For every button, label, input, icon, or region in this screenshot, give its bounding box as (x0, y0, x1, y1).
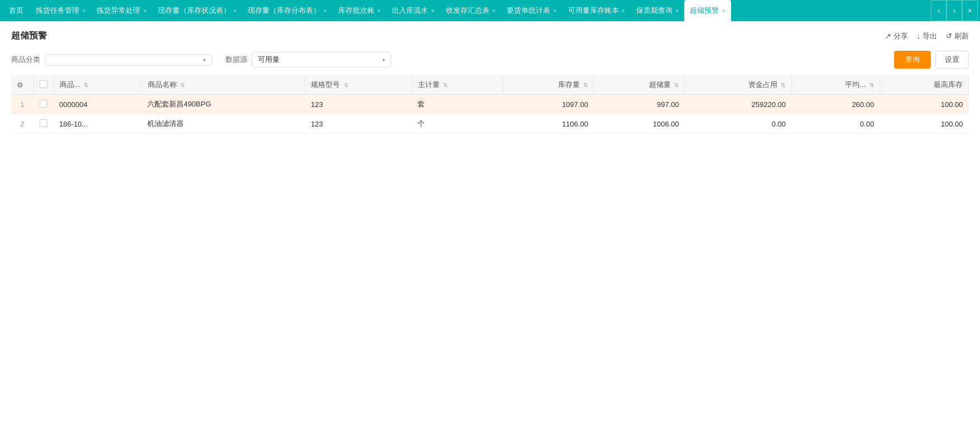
row-max-stock: 100.00 (880, 95, 968, 114)
page-title-row: 超储预警 ↗ 分享 ↓ 导出 ↺ 刷新 (11, 30, 969, 42)
row-unit: 套 (412, 95, 503, 114)
nav-tab-9[interactable]: 保质期查询 × (631, 0, 684, 21)
th-unit[interactable]: 主计量 ⇅ (412, 75, 503, 95)
chevron-down-icon: ▾ (382, 57, 385, 63)
share-icon: ↗ (885, 32, 891, 40)
row-stock: 1106.00 (503, 114, 594, 134)
row-checkbox[interactable] (40, 100, 47, 108)
row-index: 1 (11, 95, 33, 114)
th-max-stock[interactable]: 最高库存 (880, 75, 968, 95)
th-goods-code[interactable]: 商品... ⇅ (54, 75, 142, 95)
title-actions: ↗ 分享 ↓ 导出 ↺ 刷新 (885, 31, 969, 41)
row-overstock: 997.00 (594, 95, 685, 114)
data-source-filter: 数据源 可用量 ▾ (225, 52, 391, 67)
th-checkbox[interactable] (33, 75, 54, 95)
row-max-stock: 100.00 (880, 114, 968, 134)
th-overstock[interactable]: 超储量 ⇅ (594, 75, 685, 95)
row-avg: 260.00 (791, 95, 880, 114)
row-overstock: 1006.00 (594, 114, 685, 134)
refresh-icon: ↺ (946, 32, 952, 40)
row-capital: 0.00 (685, 114, 791, 134)
top-nav: 首页 拣货任务管理 × 拣货异常处理 × 现存量（库存状况表） × 现存量（库存… (0, 0, 980, 21)
row-goods-code: 0000004 (54, 95, 142, 114)
row-spec: 123 (305, 114, 412, 134)
nav-tab-2[interactable]: 现存量（库存状况表） × (152, 0, 242, 21)
data-source-label: 数据源 (225, 55, 247, 65)
close-icon[interactable]: × (377, 7, 381, 14)
nav-tab-4[interactable]: 库存批次账 × (333, 0, 386, 21)
sort-icon: ⇅ (674, 82, 679, 88)
share-button[interactable]: ↗ 分享 (885, 31, 908, 41)
nav-tab-1[interactable]: 拣货异常处理 × (91, 0, 152, 21)
goods-category-filter: 商品分类 ▾ (11, 54, 212, 66)
sort-icon: ⇅ (84, 82, 88, 88)
refresh-button[interactable]: ↺ 刷新 (946, 31, 969, 41)
sort-icon: ⇅ (180, 82, 185, 88)
row-goods-name: 六配套新昌490BPG (142, 95, 305, 114)
table-row: 1 0000004 六配套新昌490BPG 123 套 1097.00 997.… (11, 95, 969, 114)
nav-prev-button[interactable]: ‹ (931, 0, 947, 21)
nav-more-button[interactable]: × (962, 0, 978, 21)
sort-icon: ⇅ (583, 82, 588, 88)
table-row: 2 186-10... 机油滤清器 123 个 1106.00 1006.00 … (11, 114, 969, 134)
th-capital[interactable]: 资金占用 ⇅ (685, 75, 791, 95)
data-source-value: 可用量 (258, 55, 280, 65)
sort-icon: ⇅ (344, 82, 348, 88)
nav-tab-7[interactable]: 要货单统计表 × (501, 0, 562, 21)
row-checkbox-cell (33, 114, 54, 134)
close-icon[interactable]: × (553, 7, 556, 14)
th-spec[interactable]: 规格型号 ⇅ (305, 75, 412, 95)
data-source-select[interactable]: 可用量 ▾ (252, 52, 391, 67)
settings-button[interactable]: 设置 (935, 51, 969, 69)
nav-next-button[interactable]: › (947, 0, 962, 21)
page-content: 超储预警 ↗ 分享 ↓ 导出 ↺ 刷新 商品分类 ▾ 数据源 (0, 21, 980, 143)
th-stock[interactable]: 库存量 ⇅ (503, 75, 594, 95)
row-avg: 0.00 (791, 114, 880, 134)
row-unit: 个 (412, 114, 503, 134)
row-goods-name: 机油滤清器 (142, 114, 305, 134)
filter-row: 商品分类 ▾ 数据源 可用量 ▾ 查询 设置 (11, 51, 969, 69)
nav-home[interactable]: 首页 (2, 6, 30, 16)
row-goods-code: 186-10... (54, 114, 142, 134)
goods-category-label: 商品分类 (11, 55, 40, 65)
page-title: 超储预警 (11, 30, 47, 42)
close-icon[interactable]: × (143, 7, 146, 14)
export-button[interactable]: ↓ 导出 (917, 31, 938, 41)
data-table: ⚙ 商品... ⇅ 商品名称 ⇅ 规格型号 ⇅ 主计量 (11, 75, 969, 134)
close-icon[interactable]: × (323, 7, 326, 14)
chevron-down-icon: ▾ (203, 57, 206, 63)
table-header-row: ⚙ 商品... ⇅ 商品名称 ⇅ 规格型号 ⇅ 主计量 (11, 75, 969, 95)
close-icon[interactable]: × (233, 7, 237, 14)
close-icon[interactable]: × (722, 7, 725, 14)
close-icon[interactable]: × (82, 7, 85, 14)
query-button[interactable]: 查询 (894, 51, 931, 69)
row-capital: 259220.00 (685, 95, 791, 114)
select-all-checkbox[interactable] (40, 80, 47, 88)
nav-tab-5[interactable]: 出入库流水 × (386, 0, 440, 21)
row-checkbox-cell (33, 95, 54, 114)
close-icon[interactable]: × (492, 7, 496, 14)
row-checkbox[interactable] (40, 119, 47, 127)
export-icon: ↓ (917, 32, 921, 40)
row-spec: 123 (305, 95, 412, 114)
filter-actions: 查询 设置 (894, 51, 969, 69)
sort-icon: ⇅ (781, 82, 785, 88)
row-stock: 1097.00 (503, 95, 594, 114)
nav-tab-3[interactable]: 现存量（库存分布表） × (242, 0, 332, 21)
gear-icon: ⚙ (17, 81, 23, 89)
close-icon[interactable]: × (431, 7, 434, 14)
close-icon[interactable]: × (622, 7, 625, 14)
nav-tab-8[interactable]: 可用量库存账本 × (563, 0, 631, 21)
sort-icon: ⇅ (869, 82, 874, 88)
nav-tab-6[interactable]: 收发存汇总表 × (440, 0, 501, 21)
nav-arrows: ‹ › × (931, 0, 978, 21)
th-goods-name[interactable]: 商品名称 ⇅ (142, 75, 305, 95)
goods-category-select[interactable]: ▾ (45, 54, 212, 66)
close-icon[interactable]: × (675, 7, 679, 14)
row-index: 2 (11, 114, 33, 134)
th-gear[interactable]: ⚙ (11, 75, 33, 95)
nav-tab-0[interactable]: 拣货任务管理 × (30, 0, 91, 21)
th-avg[interactable]: 平均... ⇅ (791, 75, 880, 95)
sort-icon: ⇅ (443, 82, 448, 88)
nav-tab-10[interactable]: 超储预警 × (684, 0, 731, 21)
